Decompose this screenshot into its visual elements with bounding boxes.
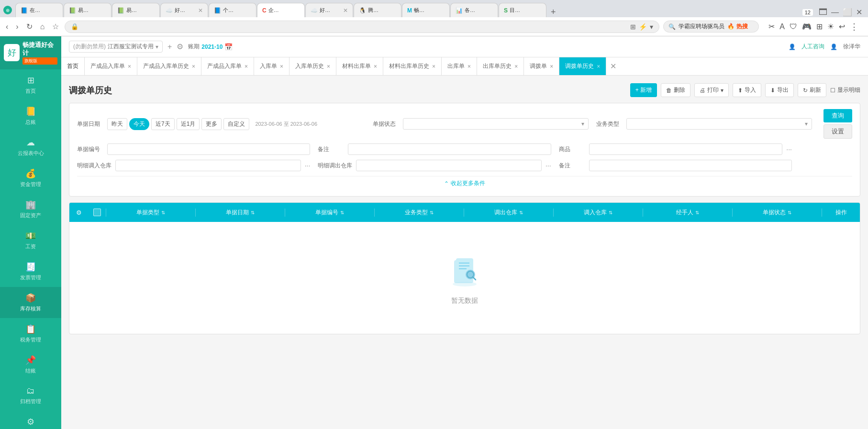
import-button[interactable]: ⬆ 导入 [733, 83, 761, 97]
browser-tab-9[interactable]: M 畅… [402, 3, 450, 17]
sidebar-item-report[interactable]: ☁ 云报表中心 [0, 132, 61, 163]
tab-bar-close-all[interactable]: ✕ [606, 62, 620, 71]
sidebar-item-salary[interactable]: 💵 工资 [0, 225, 61, 256]
bookmark-button[interactable]: ☆ [50, 20, 61, 33]
page-tab-home[interactable]: 首页 [61, 57, 85, 76]
refresh-button-page[interactable]: ↻ 刷新 [798, 83, 826, 97]
mat-out-tab-close[interactable]: × [374, 63, 377, 70]
delete-button[interactable]: 🗑 删除 [661, 83, 690, 97]
table-settings-icon[interactable]: ⚙ [69, 209, 89, 216]
add-company-icon[interactable]: + [167, 43, 172, 51]
7days-btn[interactable]: 近7天 [151, 118, 175, 130]
1month-btn[interactable]: 近1月 [177, 118, 200, 130]
th-in-wh[interactable]: 调入仓库 ⇅ [553, 209, 643, 217]
more-btn[interactable]: 更多 [201, 118, 222, 130]
minimize-icon[interactable]: — [831, 8, 839, 17]
goods-picker-icon[interactable]: ··· [786, 145, 792, 153]
page-tab-transfer-hist[interactable]: 调拨单历史 × [559, 57, 606, 76]
page-tab-in-order[interactable]: 入库单 × [254, 57, 289, 76]
docno-input[interactable] [107, 143, 310, 155]
page-tab-prod-in-hist[interactable]: 产成品入库单历史 × [137, 57, 201, 76]
sidebar-item-closing[interactable]: 📌 结账 [0, 349, 61, 380]
goods-input[interactable] [589, 143, 783, 155]
undo-icon[interactable]: ↩ [839, 22, 845, 31]
yesterday-btn[interactable]: 昨天 [107, 118, 127, 130]
note-input[interactable] [348, 143, 551, 155]
select-all-checkbox[interactable] [93, 209, 101, 216]
in-hist-tab-close[interactable]: × [327, 63, 330, 70]
display-setting[interactable]: ☐ 显示明细 [830, 86, 860, 94]
page-tab-mat-out-hist[interactable]: 材料出库单历史 × [383, 57, 442, 76]
translate-icon[interactable]: A [779, 22, 785, 31]
tab-manager-icon[interactable]: 🗖 [819, 7, 827, 17]
sidebar-item-fund[interactable]: 💰 资金管理 [0, 163, 61, 194]
prod-in2-tab-close[interactable]: × [245, 63, 248, 70]
export-button[interactable]: ⬇ 导出 [765, 83, 794, 97]
sidebar-item-ledger[interactable]: 📒 总账 [0, 100, 61, 132]
browser-tab-8[interactable]: 🐧 腾… [354, 3, 401, 17]
company-selector[interactable]: (勿删勿禁用) 江西服宝测试专用 ▾ [69, 41, 163, 53]
scissors-icon[interactable]: ✂ [768, 22, 775, 31]
close-window-icon[interactable]: ✕ [856, 8, 862, 17]
transfer-tab-close[interactable]: × [550, 63, 553, 70]
prod-in-tab-close[interactable]: × [128, 63, 131, 70]
page-tab-mat-out[interactable]: 材料出库单 × [336, 57, 383, 76]
user-help-icon[interactable]: 👤 [789, 44, 796, 50]
browser-tab-2[interactable]: 📗 易… [64, 3, 111, 17]
browser-tab-7[interactable]: ☁️ 好… ✕ [305, 3, 353, 17]
sidebar-item-invoice[interactable]: 🧾 发票管理 [0, 256, 61, 287]
page-tab-out-order[interactable]: 出库单 × [442, 57, 477, 76]
query-button[interactable]: 查询 [823, 109, 852, 122]
today-btn[interactable]: 今天 [129, 118, 149, 130]
maximize-icon[interactable]: ⬜ [843, 8, 852, 17]
page-tab-prod-in[interactable]: 产成品入库单 × [85, 57, 137, 76]
th-type[interactable]: 单据类型 ⇅ [106, 209, 195, 217]
detail-in-input[interactable] [115, 160, 301, 171]
refresh-button[interactable]: ↻ [24, 20, 34, 33]
game-icon[interactable]: 🎮 [802, 22, 812, 31]
new-button[interactable]: + 新增 [630, 83, 657, 97]
sidebar-item-asset[interactable]: 🏢 固定资产 [0, 194, 61, 225]
home-button[interactable]: ⌂ [38, 21, 47, 33]
browser-tab-4[interactable]: ☁️ 好… ✕ [160, 3, 208, 17]
address-bar[interactable]: 🔒 https://cloud.chanjet.com/accounting/u… [65, 21, 659, 33]
custom-btn[interactable]: 自定义 [223, 118, 249, 130]
prod-in-hist-tab-close[interactable]: × [192, 63, 195, 70]
detail-out-picker-icon[interactable]: ··· [545, 162, 551, 169]
in-order-tab-close[interactable]: × [280, 63, 283, 70]
lightning-icon[interactable]: ⚡ [639, 23, 647, 31]
browser-tab-5[interactable]: 📘 个… [209, 3, 256, 17]
out-order-tab-close[interactable]: × [467, 63, 471, 70]
page-tab-prod-in2[interactable]: 产成品入库单 × [201, 57, 254, 76]
page-tab-out-hist[interactable]: 出库单历史 × [477, 57, 524, 76]
transfer-hist-tab-close[interactable]: × [597, 63, 600, 70]
th-no[interactable]: 单据编号 ⇅ [285, 209, 374, 217]
note2-input[interactable] [589, 160, 792, 171]
print-dropdown-icon[interactable]: ▾ [721, 87, 723, 94]
sidebar-item-archive[interactable]: 🗂 归档管理 [0, 380, 61, 411]
browser-tab-1[interactable]: 📘 在… [15, 3, 63, 17]
out-hist-tab-close[interactable]: × [514, 63, 518, 70]
extensions-icon[interactable]: ⊞ [630, 23, 636, 31]
theme-icon[interactable]: ☀ [827, 22, 834, 31]
th-handler[interactable]: 经手人 ⇅ [643, 209, 732, 217]
search-bar[interactable]: 🔍 学霸应聘场驱鸟员 🔥 热搜 [663, 21, 759, 33]
th-date[interactable]: 单据日期 ⇅ [195, 209, 285, 217]
print-button[interactable]: 🖨 打印 ▾ [694, 83, 729, 97]
mat-out-hist-tab-close[interactable]: × [432, 63, 435, 70]
user-avatar[interactable]: 👤 [830, 44, 837, 50]
back-button[interactable]: ‹ [4, 21, 10, 33]
grid-icon[interactable]: ⊞ [816, 22, 823, 31]
page-tab-in-hist[interactable]: 入库单历史 × [289, 57, 336, 76]
sidebar-item-home[interactable]: ⊞ 首页 [0, 69, 61, 100]
detail-out-input[interactable] [356, 160, 542, 171]
sidebar-item-tax[interactable]: 📋 税务管理 [0, 318, 61, 349]
browser-tab-11[interactable]: S 目… [499, 3, 546, 17]
tab-close-4[interactable]: ✕ [196, 7, 203, 14]
new-tab-button[interactable]: + [547, 7, 560, 17]
th-out-wh[interactable]: 调出仓库 ⇅ [464, 209, 553, 217]
gear-icon[interactable]: ⚙ [177, 42, 183, 51]
collapse-button[interactable]: ⌃ 收起更多条件 [77, 176, 852, 190]
page-tab-transfer[interactable]: 调拨单 × [524, 57, 559, 76]
forward-button[interactable]: › [14, 21, 20, 33]
